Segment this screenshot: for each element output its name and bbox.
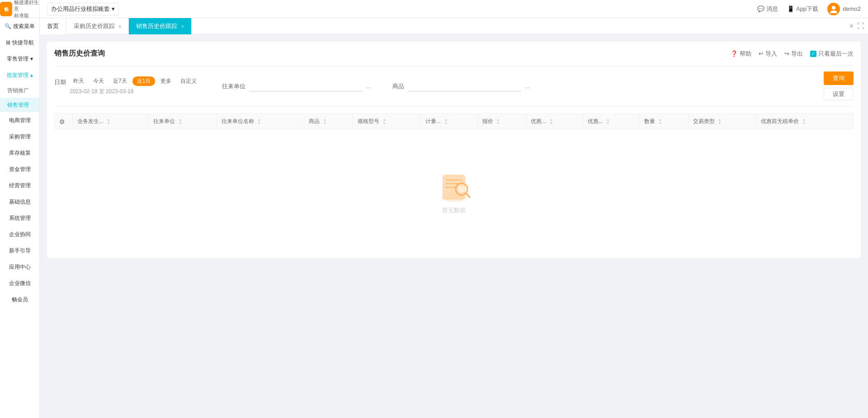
th-settings: ⚙ bbox=[55, 114, 73, 129]
sidebar-item-app-center[interactable]: 应用中心 bbox=[0, 259, 39, 275]
sidebar: 畅 畅捷通好生意 标准版 🔍 搜索菜单 ⊞ 快捷导航 零售管理 ▾ 批发管理 ▴… bbox=[0, 0, 40, 418]
sidebar-item-purchase[interactable]: 采购管理 bbox=[0, 128, 39, 145]
tab-close-sales[interactable]: × bbox=[181, 24, 184, 29]
chevron-down-icon: ▾ bbox=[30, 56, 33, 62]
sidebar-item-basic[interactable]: 基础信息 bbox=[0, 194, 39, 210]
sort-discount1[interactable]: ▲▼ bbox=[550, 118, 553, 125]
date-btn-more[interactable]: 更多 bbox=[157, 76, 175, 86]
th-pretax-price: 优惠前无税单价 ▲▼ bbox=[756, 114, 854, 129]
svg-point-11 bbox=[459, 186, 461, 188]
sidebar-sub-item-sales[interactable]: 销售管理 bbox=[0, 98, 39, 112]
sort-partner-code[interactable]: ▲▼ bbox=[179, 118, 182, 125]
import-btn[interactable]: ↩ 导入 bbox=[759, 50, 777, 58]
date-filter-group: 日期 昨天 今天 近7天 近1月 更多 自定义 2023-02-18 至 202… bbox=[54, 76, 200, 95]
date-btn-today[interactable]: 今天 bbox=[90, 76, 108, 86]
tab-close-all-btn[interactable]: × bbox=[849, 22, 854, 30]
product-input[interactable] bbox=[408, 81, 521, 91]
query-button[interactable]: 查询 bbox=[824, 71, 854, 85]
date-btn-1month[interactable]: 近1月 bbox=[132, 76, 156, 86]
settings-button[interactable]: 设置 bbox=[824, 88, 854, 100]
account-dropdown[interactable]: 办公用品行业模拟账套 ▾ bbox=[47, 3, 119, 15]
sort-quantity[interactable]: ▲▼ bbox=[659, 118, 662, 125]
svg-line-10 bbox=[466, 193, 470, 197]
product-dots[interactable]: ... bbox=[524, 83, 529, 90]
th-unit: 计量... ▲▼ bbox=[421, 114, 477, 129]
date-btn-7days[interactable]: 近7天 bbox=[109, 76, 131, 86]
sidebar-item-ecommerce[interactable]: 电商管理 bbox=[0, 112, 39, 128]
sort-pretax-price[interactable]: ▲▼ bbox=[802, 118, 806, 125]
sidebar-item-wechat[interactable]: 企业微信 bbox=[0, 275, 39, 291]
sort-discount2[interactable]: ▲▼ bbox=[606, 118, 610, 125]
filter-bar: 日期 昨天 今天 近7天 近1月 更多 自定义 2023-02-18 至 202… bbox=[54, 66, 854, 106]
sidebar-item-wholesale[interactable]: 批发管理 ▴ bbox=[0, 67, 39, 83]
user-menu[interactable]: demo2 bbox=[827, 3, 861, 15]
sort-quote[interactable]: ▲▼ bbox=[496, 118, 500, 125]
sidebar-item-shortcuts[interactable]: ⊞ 快捷导航 bbox=[0, 34, 39, 51]
export-btn[interactable]: ↪ 导出 bbox=[784, 50, 803, 58]
sidebar-item-member[interactable]: 畅会员 bbox=[0, 291, 39, 308]
partner-input[interactable] bbox=[249, 81, 362, 91]
sort-trade-type[interactable]: ▲▼ bbox=[718, 118, 722, 125]
header-right: 💬 消息 📱 App下载 demo2 bbox=[757, 3, 861, 15]
product-input-group: ... bbox=[408, 81, 529, 91]
sort-spec[interactable]: ▲▼ bbox=[382, 118, 386, 125]
sidebar-item-retail[interactable]: 零售管理 ▾ bbox=[0, 51, 39, 67]
only-last-checkbox[interactable] bbox=[810, 51, 816, 57]
sidebar-item-finance[interactable]: 资金管理 bbox=[0, 161, 39, 177]
page-actions: ❓ 帮助 ↩ 导入 ↪ 导出 只看最后一次 bbox=[731, 50, 854, 58]
tab-close-purchase[interactable]: × bbox=[118, 24, 121, 29]
sidebar-item-guide[interactable]: 新手引导 bbox=[0, 242, 39, 259]
sort-unit[interactable]: ▲▼ bbox=[444, 118, 448, 125]
sidebar-sub-item-marketing[interactable]: 营销推广 bbox=[0, 83, 39, 98]
logo-icon: 畅 bbox=[0, 2, 12, 16]
partner-dots[interactable]: ... bbox=[366, 83, 371, 90]
svg-text:畅: 畅 bbox=[4, 7, 9, 12]
download-icon: 📱 bbox=[787, 5, 794, 12]
table-gear-icon[interactable]: ⚙ bbox=[59, 118, 65, 125]
svg-point-9 bbox=[458, 185, 465, 193]
th-trade-type: 交易类型 ▲▼ bbox=[688, 114, 756, 129]
sidebar-logo: 畅 畅捷通好生意 标准版 bbox=[0, 0, 40, 18]
partner-input-group: ... bbox=[249, 81, 371, 91]
sidebar-item-system[interactable]: 系统管理 bbox=[0, 210, 39, 226]
svg-point-2 bbox=[832, 6, 835, 10]
th-quote: 报价 ▲▼ bbox=[477, 114, 526, 129]
app-download-btn[interactable]: 📱 App下载 bbox=[787, 5, 818, 13]
date-filter-label: 日期 bbox=[54, 76, 66, 86]
th-biz-date: 业务发生... ▲▼ bbox=[73, 114, 149, 129]
partner-filter-label: 往来单位 bbox=[222, 81, 245, 90]
table-header-row: ⚙ 业务发生... ▲▼ 往来单位 ▲▼ 往来单位名称 ▲▼ bbox=[55, 114, 854, 129]
th-partner-code: 往来单位 ▲▼ bbox=[149, 114, 217, 129]
tab-home[interactable]: 首页 bbox=[40, 18, 66, 34]
sidebar-item-inventory[interactable]: 库存核算 bbox=[0, 145, 39, 161]
tab-purchase[interactable]: 采购历史价跟踪 × bbox=[66, 18, 129, 34]
sidebar-item-operations[interactable]: 经营管理 bbox=[0, 177, 39, 194]
date-btn-custom[interactable]: 自定义 bbox=[177, 76, 200, 86]
table-container: ⚙ 业务发生... ▲▼ 往来单位 ▲▼ 往来单位名称 ▲▼ bbox=[54, 114, 854, 251]
page-container: 销售历史价查询 ❓ 帮助 ↩ 导入 ↪ 导出 只看最后一次 bbox=[47, 42, 861, 258]
main-content: 销售历史价查询 ❓ 帮助 ↩ 导入 ↪ 导出 只看最后一次 bbox=[40, 34, 868, 418]
empty-illustration bbox=[434, 166, 474, 206]
date-filter-options: 昨天 今天 近7天 近1月 更多 自定义 2023-02-18 至 2023-0… bbox=[70, 76, 200, 95]
chevron-down-icon: ▾ bbox=[112, 5, 115, 12]
avatar bbox=[827, 3, 840, 15]
th-partner-name: 往来单位名称 ▲▼ bbox=[217, 114, 304, 129]
date-btn-yesterday[interactable]: 昨天 bbox=[70, 76, 88, 86]
sort-product[interactable]: ▲▼ bbox=[323, 118, 326, 125]
export-icon: ↪ bbox=[784, 50, 789, 57]
help-btn[interactable]: ❓ 帮助 bbox=[731, 50, 751, 58]
sidebar-item-search[interactable]: 🔍 搜索菜单 bbox=[0, 18, 39, 34]
th-spec: 规格型号 ▲▼ bbox=[353, 114, 420, 129]
sidebar-item-enterprise[interactable]: 企业协同 bbox=[0, 226, 39, 242]
only-last-checkbox-wrap[interactable]: 只看最后一次 bbox=[810, 50, 854, 58]
sort-biz-date[interactable]: ▲▼ bbox=[107, 118, 110, 125]
empty-state: 暂无数据 bbox=[54, 129, 854, 251]
product-filter-group: 商品 ... bbox=[392, 81, 529, 91]
sort-partner-name[interactable]: ▲▼ bbox=[257, 118, 261, 125]
tab-fullscreen-btn[interactable]: ⛶ bbox=[857, 22, 864, 30]
tab-sales[interactable]: 销售历史价跟踪 × bbox=[129, 18, 191, 34]
message-btn[interactable]: 💬 消息 bbox=[757, 5, 778, 13]
chevron-up-icon: ▴ bbox=[30, 72, 33, 78]
search-icon: 🔍 bbox=[5, 23, 11, 29]
filter-action-buttons: 查询 设置 bbox=[824, 71, 854, 100]
